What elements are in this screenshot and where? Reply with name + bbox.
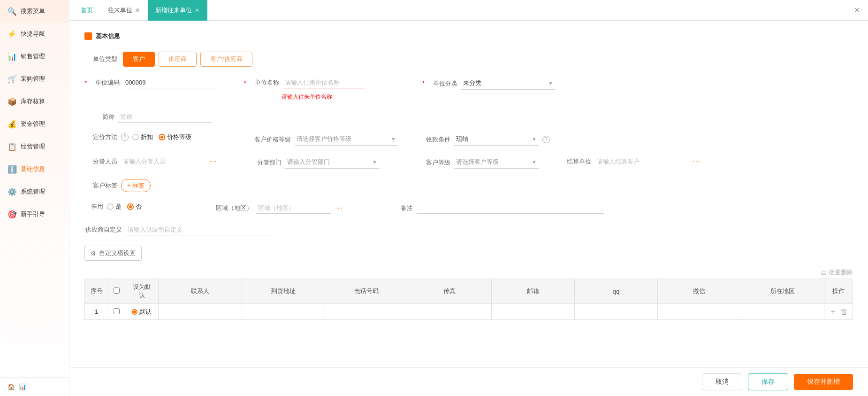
default-label: 默认 [139,308,152,316]
add-row-btn[interactable]: ＋ [829,307,837,317]
supplier-custom-field: 供应商自定义 [84,224,853,235]
settlement-ellipsis[interactable]: ··· [693,157,700,166]
short-name-field: 简称 [84,111,244,123]
table-region-input[interactable] [746,308,819,315]
customer-price-select[interactable]: 请选择客户价格等级 ▼ [295,133,398,146]
sidebar-item-basic-info[interactable]: ℹ️ 基础信息 [0,158,69,180]
manager-input[interactable] [121,156,206,167]
department-label: 分管部门 [253,158,282,167]
sidebar-item-system[interactable]: ⚙️ 系统管理 [0,180,69,203]
region-ellipsis[interactable]: ··· [335,204,343,212]
table-select-all[interactable] [114,287,120,294]
col-address: 到货地址 [242,279,325,304]
disabled-no-label: 否 [136,202,142,211]
tab-new-counterparty-close[interactable]: ✕ [195,7,199,14]
disabled-label: 停用 [84,202,103,211]
region-label: 区域（地区） [216,204,252,212]
disabled-no-circle [127,203,134,210]
contact-table: 序号 设为默认 联系人 到货地址 电话号码 传真 邮箱 qq 微信 所在地区 操… [84,279,853,320]
contact-input[interactable] [163,308,236,315]
sidebar-item-search[interactable]: 🔍 搜索菜单 [0,0,69,23]
batch-delete-label[interactable]: 批量删除 [829,268,853,277]
unit-btn-both[interactable]: 客户/供应商 [200,52,252,67]
fax-input[interactable] [413,308,486,315]
department-chevron: ▼ [372,159,377,165]
settlement-input[interactable] [595,156,689,167]
pricing-radio-level[interactable]: 价格等级 [159,133,191,141]
tab-counterparty[interactable]: 往来单位 ✕ [100,0,148,21]
remark-input[interactable] [417,202,604,214]
disabled-yes-label: 是 [115,202,122,211]
unit-btn-customer[interactable]: 客户 [123,52,155,67]
email-input[interactable] [496,308,570,315]
col-wechat: 微信 [658,279,741,304]
sidebar-item-quick[interactable]: ⚡ 快捷导航 [0,23,69,45]
row-checkbox[interactable] [114,308,120,314]
batch-delete-icon: 🗂 [821,269,827,276]
region-input[interactable] [256,202,331,214]
col-fax: 传真 [408,279,491,304]
pricing-help-icon[interactable]: ? [121,133,129,141]
section-icon [84,32,92,40]
default-radio[interactable] [132,309,137,315]
manager-ellipsis[interactable]: ··· [209,157,217,166]
customer-level-field: 客户等级 请选择客户等级 ▼ [422,156,563,169]
tag-row: 客户标签 + 标签 [84,179,853,192]
sidebar-item-purchase[interactable]: 🛒 采购管理 [0,68,69,90]
unit-btn-supplier[interactable]: 供应商 [159,52,197,67]
tab-counterparty-close[interactable]: ✕ [135,7,140,14]
sidebar-item-inventory[interactable]: 📦 库存核算 [0,90,69,113]
pricing-radio-discount[interactable]: 折扣 [132,133,153,141]
save-button[interactable]: 保存 [748,373,788,390]
tab-bar: 首页 往来单位 ✕ 新增往来单位 ✕ ✕ [69,0,868,21]
sidebar-item-label: 基础信息 [21,165,45,173]
disabled-field: 停用 是 否 [84,202,216,211]
bottom-bar: 取消 保存 保存并新增 [69,367,868,396]
add-tag-button[interactable]: + 标签 [121,179,151,192]
sidebar-item-guide[interactable]: 🎯 新手引导 [0,203,69,225]
col-phone: 电话号码 [325,279,408,304]
unit-name-input[interactable] [283,77,365,88]
tab-new-counterparty[interactable]: 新增往来单位 ✕ [148,0,207,21]
pricing-method-field: 定价方法 ? 折扣 价格等级 [84,133,253,141]
sidebar: 🔍 搜索菜单 ⚡ 快捷导航 📊 销售管理 🛒 采购管理 📦 库存核算 💰 资金管… [0,0,69,396]
sidebar-item-label: 快捷导航 [21,30,45,38]
window-close-button[interactable]: ✕ [849,3,864,18]
unit-code-label: 单位编码 [91,78,120,87]
custom-settings-button[interactable]: ⚙ 自定义项设置 [84,246,142,261]
phone-input[interactable] [330,308,403,315]
col-region: 所在地区 [741,279,824,304]
address-input[interactable] [247,308,320,315]
operations-icon: 📋 [8,142,17,151]
disabled-yes[interactable]: 是 [107,202,122,211]
form-content: 基本信息 单位类型 客户 供应商 客户/供应商 * 单位编码 [69,21,868,367]
search-icon: 🔍 [8,7,17,16]
sidebar-item-label: 经营管理 [21,142,45,151]
cell-region [741,304,824,320]
customer-level-select[interactable]: 请选择客户等级 ▼ [454,156,539,169]
sidebar-item-operations[interactable]: 📋 经营管理 [0,135,69,158]
unit-name-label: 单位名称 [251,78,279,87]
unit-name-field: * 单位名称 请输入往来单位名称 [244,77,422,101]
customer-level-chevron: ▼ [532,159,537,165]
payment-help-icon[interactable]: ? [542,136,550,143]
unit-category-select[interactable]: 未分类 ▼ [461,77,555,90]
save-new-button[interactable]: 保存并新增 [794,374,853,390]
wechat-input[interactable] [662,308,736,315]
sidebar-item-finance[interactable]: 💰 资金管理 [0,113,69,135]
cancel-button[interactable]: 取消 [702,373,742,390]
sidebar-item-label: 采购管理 [21,75,45,83]
payment-terms-select[interactable]: 现结 ▼ [454,133,539,146]
cell-seq: 1 [85,304,108,320]
qq-input[interactable] [579,308,653,315]
department-select[interactable]: 请输入分管部门 ▼ [285,156,379,169]
unit-code-input[interactable] [123,77,217,88]
tab-home[interactable]: 首页 [73,6,100,15]
short-name-input[interactable] [118,111,212,123]
disabled-radio-group: 是 否 [107,202,142,211]
manager-label: 分管人员 [84,157,117,166]
supplier-custom-input[interactable] [126,224,276,235]
disabled-no[interactable]: 否 [127,202,142,211]
sidebar-item-sales[interactable]: 📊 销售管理 [0,45,69,68]
delete-row-btn[interactable]: 🗑 [840,308,848,316]
